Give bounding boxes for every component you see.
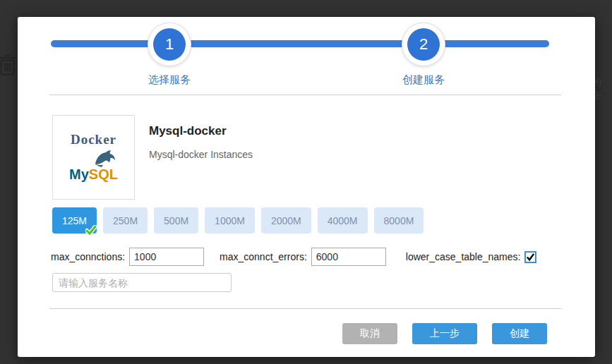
lower-case-table-names-checkbox[interactable] (524, 251, 536, 263)
params-row: max_connctions: max_connct_errors: lower… (51, 248, 536, 266)
check-icon (85, 225, 97, 237)
previous-step-button[interactable]: 上一步 (412, 323, 477, 344)
memory-option-label: 125M (62, 215, 87, 226)
background-text-line: 步 (596, 89, 612, 103)
memory-option-500m[interactable]: 500M (154, 207, 198, 233)
create-service-dialog: 1 选择服务 2 创建服务 Docker MySQL Mysql-docker … (18, 17, 595, 357)
background-text-fragments: 的 步 (596, 75, 612, 103)
product-subtitle: Mysql-docker Instances (149, 149, 253, 160)
mysql-logo-sql: SQL (89, 166, 118, 182)
memory-options-row: 125M 250M 500M 1000M 2000M 4000M 8000M (52, 207, 424, 233)
memory-option-label: 500M (164, 215, 188, 226)
memory-option-125m[interactable]: 125M (52, 207, 97, 233)
max-connections-input[interactable] (129, 248, 204, 266)
memory-option-label: 1000M (215, 215, 245, 226)
background-text-line: 的 (596, 75, 612, 89)
max-connect-errors-label: max_connct_errors: (220, 251, 307, 262)
memory-option-label: 8000M (384, 215, 414, 226)
divider (49, 308, 561, 309)
divider (49, 95, 561, 95)
mysql-logo-my: My (69, 166, 89, 182)
cancel-button[interactable]: 取消 (342, 323, 397, 344)
memory-option-2000m[interactable]: 2000M (261, 207, 311, 233)
dialog-footer: 取消 上一步 创建 (342, 323, 547, 344)
max-connect-errors-input[interactable] (311, 248, 386, 266)
max-connections-label: max_connctions: (51, 251, 125, 262)
step-ring: 2 (402, 23, 445, 66)
step-label: 创建服务 (367, 73, 480, 87)
memory-option-label: 4000M (328, 215, 358, 226)
lower-case-table-names-label: lower_case_table_names: (406, 251, 521, 262)
step-number-badge: 1 (153, 28, 186, 61)
stepper-step-1: 1 选择服务 (113, 23, 226, 87)
mysql-logo-text: MySQL (69, 166, 118, 183)
memory-option-4000m[interactable]: 4000M (318, 207, 368, 233)
step-number-badge: 2 (407, 28, 440, 61)
step-ring: 1 (148, 23, 191, 66)
stepper-step-2: 2 创建服务 (367, 23, 480, 87)
service-name-input[interactable] (52, 273, 232, 292)
product-title: Mysql-docker (149, 124, 253, 138)
mysql-docker-logo: Docker MySQL (52, 115, 135, 200)
memory-option-label: 250M (113, 215, 138, 226)
memory-option-label: 2000M (271, 215, 301, 226)
memory-option-8000m[interactable]: 8000M (374, 207, 424, 233)
docker-logo-text: Docker (71, 132, 116, 147)
step-label: 选择服务 (113, 73, 226, 87)
product-info: Mysql-docker Mysql-docker Instances (149, 115, 253, 200)
trash-icon (0, 54, 17, 79)
product-block: Docker MySQL Mysql-docker Mysql-docker I… (52, 115, 253, 200)
memory-option-1000m[interactable]: 1000M (205, 207, 255, 233)
create-button[interactable]: 创建 (492, 323, 547, 344)
memory-option-250m[interactable]: 250M (103, 207, 148, 233)
